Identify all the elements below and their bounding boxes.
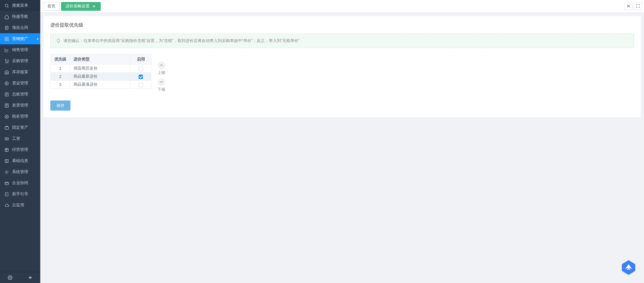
sidebar-item-label: 工资 (12, 136, 20, 142)
sidebar-item-label: 基础信息 (12, 158, 28, 164)
svg-rect-2 (5, 37, 6, 38)
table-row[interactable]: 2商品最新进价 (51, 73, 151, 81)
sidebar-item-0[interactable]: 搜索菜单 (0, 0, 40, 11)
save-button[interactable]: 保存 (50, 100, 70, 111)
sidebar-item-label: 总账管理 (12, 91, 28, 97)
sidebar-item-label: 项目合同 (12, 25, 28, 31)
system-icon (4, 169, 9, 175)
sidebar-item-15[interactable]: 系统管理 (0, 166, 40, 177)
assistant-float-button[interactable] (621, 259, 637, 276)
table-row[interactable]: 1供应商历史价 (51, 65, 151, 73)
grid-icon (4, 36, 9, 42)
priority-table: 优先级 进价类型 启用 1供应商历史价2商品最新进价3商品基准进价 (50, 54, 151, 89)
sidebar-item-label: 搜索菜单 (12, 3, 28, 8)
sidebar-item-9[interactable]: 发票管理 (0, 100, 40, 111)
ledger-icon (4, 92, 9, 97)
cell-priority: 3 (51, 81, 70, 89)
cell-type: 商品基准进价 (70, 81, 131, 89)
cell-type: 商品最新进价 (70, 73, 131, 81)
collapse-button[interactable] (20, 272, 40, 283)
sidebar-item-label: 销售管理 (12, 47, 28, 53)
th-priority: 优先级 (51, 54, 70, 65)
sidebar-item-8[interactable]: 总账管理 (0, 89, 40, 100)
sidebar-item-7[interactable]: 资金管理 (0, 78, 40, 89)
enable-checkbox[interactable] (139, 75, 143, 79)
move-up-button[interactable] (158, 62, 165, 69)
home-icon (4, 14, 9, 19)
warehouse-icon (4, 70, 9, 75)
fullscreen-button[interactable] (634, 2, 642, 10)
sidebar-item-6[interactable]: 库存核算 (0, 67, 40, 78)
svg-point-6 (6, 62, 6, 63)
svg-point-14 (6, 138, 7, 139)
sidebar-item-label: 固定资产 (12, 125, 28, 130)
bird-icon (621, 259, 637, 276)
cell-priority: 2 (51, 73, 70, 81)
close-icon (627, 4, 630, 8)
collab-icon (4, 180, 9, 186)
tabs-right (625, 2, 642, 10)
chevron-up-icon (160, 64, 163, 67)
sidebar-menu: 搜索菜单快捷导航项目合同营销推广销售管理采购管理库存核算资金管理总账管理发票管理… (0, 0, 40, 272)
collapse-icon (28, 275, 33, 280)
cell-type: 供应商历史价 (70, 65, 131, 73)
sidebar-item-13[interactable]: 经营管理 (0, 144, 40, 155)
cloud-icon (4, 203, 9, 208)
enable-checkbox[interactable] (139, 67, 143, 71)
sidebar-item-17[interactable]: 新手引导 (0, 189, 40, 200)
sidebar-item-label: 云应用 (12, 202, 24, 208)
tab-close-icon[interactable] (92, 4, 96, 9)
contract-icon (4, 25, 9, 31)
sidebar-item-1[interactable]: 快捷导航 (0, 11, 40, 22)
sidebar-item-label: 系统管理 (12, 169, 28, 175)
sidebar-item-11[interactable]: 固定资产 (0, 122, 40, 133)
lightbulb-icon (56, 39, 61, 43)
sidebar-item-label: 采购管理 (12, 58, 28, 64)
svg-rect-15 (5, 148, 8, 151)
body-row: 优先级 进价类型 启用 1供应商历史价2商品最新进价3商品基准进价 上移 (50, 54, 634, 94)
search-icon (4, 3, 9, 8)
tax-icon (4, 114, 9, 119)
move-down-button[interactable] (158, 78, 165, 86)
hint-box: 请您确认：往来单位中的供应商“采购报价含税”设置，为“含税”，取到进价后将自动带… (50, 34, 634, 48)
cell-priority: 1 (51, 65, 70, 73)
gear-icon (8, 275, 12, 280)
sidebar-item-18[interactable]: 云应用 (0, 200, 40, 211)
enable-checkbox[interactable] (139, 83, 143, 87)
sidebar-item-16[interactable]: 企业协同 (0, 177, 40, 189)
tab-home[interactable]: 首页 (43, 2, 60, 11)
svg-rect-13 (5, 137, 9, 140)
settings-button[interactable] (0, 272, 20, 283)
cell-enabled (131, 73, 151, 81)
sidebar-item-label: 新手引导 (12, 191, 28, 197)
svg-rect-3 (7, 37, 8, 38)
table-row[interactable]: 3商品基准进价 (51, 81, 151, 89)
guide-icon (4, 192, 9, 197)
sidebar-item-3[interactable]: 营销推广 (0, 33, 40, 44)
move-up-label: 上移 (157, 70, 165, 76)
svg-point-7 (8, 62, 8, 63)
move-controls: 上移 下移 (157, 54, 165, 94)
main: 首页 进价策略设置 进价提取优先级 (40, 0, 644, 283)
move-down-label: 下移 (157, 87, 165, 92)
sidebar-item-label: 营销推广 (12, 36, 28, 42)
svg-point-20 (9, 277, 11, 278)
sidebar-item-label: 税务管理 (12, 114, 28, 119)
sidebar-item-12[interactable]: 工资 (0, 133, 40, 144)
hint-text: 请您确认：往来单位中的供应商“采购报价含税”设置，为“含税”，取到进价后将自动带… (63, 38, 300, 44)
salary-icon (4, 136, 9, 142)
tab-active[interactable]: 进价策略设置 (61, 2, 101, 11)
info-icon (4, 158, 9, 164)
content: 进价提取优先级 请您确认：往来单位中的供应商“采购报价含税”设置，为“含税”，取… (40, 13, 644, 283)
sidebar-item-label: 资金管理 (12, 80, 28, 86)
sidebar-item-label: 发票管理 (12, 103, 28, 108)
close-all-button[interactable] (625, 2, 633, 10)
sidebar-item-4[interactable]: 销售管理 (0, 44, 40, 55)
sidebar-item-2[interactable]: 项目合同 (0, 22, 40, 33)
tabs-bar: 首页 进价策略设置 (40, 0, 644, 13)
sidebar-item-5[interactable]: 采购管理 (0, 55, 40, 67)
sidebar-item-10[interactable]: 税务管理 (0, 111, 40, 122)
sidebar-item-label: 库存核算 (12, 69, 28, 75)
invoice-icon (4, 103, 9, 108)
sidebar-item-14[interactable]: 基础信息 (0, 155, 40, 166)
